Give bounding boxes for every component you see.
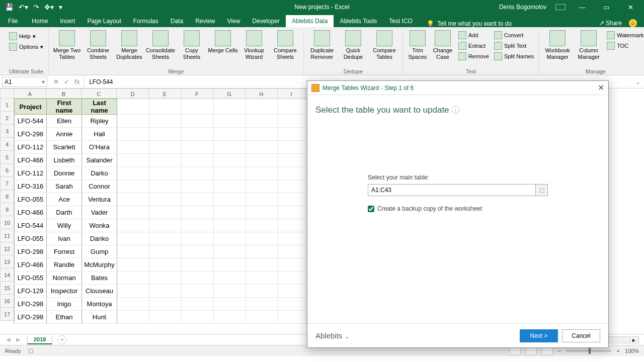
data-cell[interactable]: LFO-298 [15,128,47,141]
column-header[interactable]: G [213,88,246,99]
data-cell[interactable]: Inigo [47,298,82,311]
copy-sheets-button[interactable]: Copy Sheets [177,29,207,61]
tab-file[interactable]: File [0,15,26,27]
data-cell[interactable]: Wonka [82,219,117,232]
customize-qat-icon[interactable]: ▾ [59,3,62,11]
row-header[interactable]: 2 [0,112,14,125]
range-picker-button[interactable]: ⬚ [535,185,547,196]
compare-tables-button[interactable]: Compare Tables [369,29,399,61]
row-header[interactable]: 11 [0,229,14,242]
data-cell[interactable]: Clouseau [82,285,117,298]
tab-page-layout[interactable]: Page Layout [81,15,127,27]
tab-developer[interactable]: Developer [246,15,286,27]
redo-icon[interactable]: ↷ [33,3,39,11]
workbook-manager-button[interactable]: Workbook Manager [542,29,573,61]
column-manager-button[interactable]: Column Manager [574,29,604,61]
dialog-brand[interactable]: Ablebits ⌄ [315,331,349,340]
window-card-icon[interactable] [555,4,566,10]
maximize-button[interactable]: ▭ [599,4,614,11]
add-sheet-button[interactable]: + [57,335,66,344]
column-header[interactable]: I [278,88,305,99]
column-header[interactable]: B [46,88,82,99]
column-header[interactable]: A [14,88,46,99]
table-header-cell[interactable]: Project [15,99,47,115]
data-cell[interactable]: Ripley [82,115,117,128]
row-header[interactable]: 7 [0,177,14,190]
data-cell[interactable]: Willy [47,219,82,232]
data-cell[interactable]: Gump [82,245,117,258]
user-name[interactable]: Denis Bogomolov [499,4,546,11]
data-cell[interactable]: LFO-298 [15,311,47,324]
data-cell[interactable]: Randle [47,258,82,272]
name-box[interactable]: A1▾ [2,77,47,87]
quick-dedupe-button[interactable]: Quick Dedupe [338,29,368,61]
row-header[interactable]: 16 [0,295,14,308]
data-cell[interactable]: Annie [47,128,82,141]
split-text-button[interactable]: Split Text [492,41,536,51]
consolidate-sheets-button[interactable]: Consolidate Sheets [145,29,176,61]
watermarks-button[interactable]: Watermarks [605,30,644,40]
column-header[interactable]: F [181,88,213,99]
help-hint-icon[interactable]: ⓘ [451,105,460,115]
vlookup-wizard-button[interactable]: Vlookup Wizard [239,29,269,61]
combine-sheets-button[interactable]: Combine Sheets [83,29,113,61]
data-cell[interactable]: Danko [82,232,117,245]
data-cell[interactable]: Salander [82,154,117,167]
minimize-button[interactable]: — [575,4,590,11]
data-cell[interactable]: LFO-298 [15,298,47,311]
table-header-cell[interactable]: Last name [82,99,117,115]
data-cell[interactable]: LFO-466 [15,154,47,167]
data-cell[interactable]: Scarlett [47,141,82,154]
data-cell[interactable]: LFO-055 [15,232,47,245]
data-cell[interactable]: Hall [82,128,117,141]
data-cell[interactable]: LFO-112 [15,167,47,180]
data-cell[interactable]: LFO-129 [15,285,47,298]
duplicate-remover-button[interactable]: Duplicate Remover [307,29,337,61]
tab-test-ico[interactable]: Test ICO [383,15,419,27]
data-cell[interactable]: Connor [82,180,117,193]
convert-button[interactable]: Convert [492,30,536,40]
zoom-out-button[interactable]: − [558,348,561,354]
row-header[interactable]: 5 [0,151,14,164]
data-cell[interactable]: LFO-298 [15,245,47,258]
split-names-button[interactable]: Split Names [492,51,536,61]
merge-two-tables-button[interactable]: Merge Two Tables [52,29,82,61]
tell-me[interactable]: 💡 Tell me what you want to do [427,20,512,27]
data-cell[interactable]: Ellen [47,115,82,128]
extract-button[interactable]: Extract [456,41,491,51]
change-case-button[interactable]: Change Case [430,29,455,61]
formula-value[interactable]: LFO-544 [87,78,113,85]
data-cell[interactable]: Ivan [47,232,82,245]
dialog-close-button[interactable]: ✕ [598,83,604,93]
select-all-corner[interactable] [0,88,14,99]
row-header[interactable]: 12 [0,242,14,255]
tab-home[interactable]: Home [26,15,54,27]
column-header[interactable]: D [117,88,149,99]
range-input[interactable] [368,185,535,196]
tab-ablebits-data[interactable]: Ablebits Data [286,15,334,27]
row-header[interactable]: 17 [0,308,14,321]
data-cell[interactable]: LFO-544 [15,219,47,232]
zoom-in-button[interactable]: + [616,348,619,354]
data-cell[interactable]: O'Hara [82,141,117,154]
data-cell[interactable]: Vader [82,206,117,219]
data-cell[interactable]: Donnie [47,167,82,180]
macro-record-icon[interactable]: ▢ [28,347,33,354]
data-cell[interactable]: Norman [47,272,82,285]
row-header[interactable]: 6 [0,164,14,177]
data-cell[interactable]: LFO-466 [15,206,47,219]
row-header[interactable]: 10 [0,216,14,229]
data-cell[interactable]: McMurphy [82,258,117,272]
save-icon[interactable]: 💾 [5,3,14,11]
share-button[interactable]: ↗ Share [599,20,622,27]
zoom-level[interactable]: 100% [625,348,639,354]
fx-icon[interactable]: fx [74,78,79,85]
tab-data[interactable]: Data [165,15,189,27]
undo-icon[interactable]: ↶▾ [19,3,28,11]
tab-ablebits-tools[interactable]: Ablebits Tools [334,15,383,27]
column-header[interactable]: E [149,88,181,99]
data-cell[interactable]: Inspector [47,285,82,298]
feedback-icon[interactable]: ☺ [629,19,637,27]
data-cell[interactable]: Lisbeth [47,154,82,167]
data-cell[interactable]: LFO-112 [15,141,47,154]
